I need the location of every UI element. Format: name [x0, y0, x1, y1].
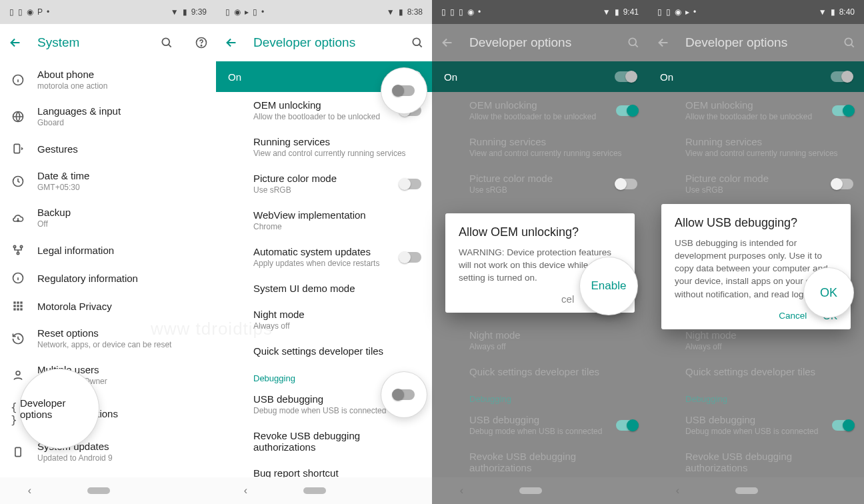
legal-icon [11, 243, 25, 257]
nav-home-icon[interactable] [519, 487, 542, 494]
master-toggle-bar[interactable]: On [432, 61, 648, 92]
row-toggle[interactable] [400, 179, 421, 189]
oem-toggle-highlight[interactable] [393, 85, 415, 96]
settings-row[interactable]: Legal information [0, 236, 216, 264]
settings-row[interactable]: Quick settings developer tiles [648, 359, 864, 385]
settings-row[interactable]: Gestures [0, 135, 216, 163]
row-title: Bug report shortcut [253, 467, 421, 477]
highlight-label[interactable]: Developer options [20, 397, 99, 420]
settings-row[interactable]: Revoke USB debugging authorizations [648, 443, 864, 477]
row-toggle[interactable] [400, 252, 421, 263]
settings-row[interactable]: Running servicesView and control current… [216, 129, 432, 165]
svg-rect-18 [17, 308, 19, 310]
settings-row[interactable]: Picture color modeUse sRGB [432, 165, 648, 202]
settings-row[interactable]: Picture color modeUse sRGB [216, 165, 432, 202]
svg-point-22 [413, 38, 420, 45]
title-row: System [0, 24, 216, 61]
back-icon[interactable] [8, 35, 23, 50]
nav-home-icon[interactable] [735, 487, 758, 494]
row-toggle[interactable] [616, 179, 637, 189]
search-icon[interactable] [160, 36, 173, 49]
settings-row[interactable]: System updatesUpdated to Android 9 [0, 433, 216, 470]
settings-row[interactable]: Night modeAlways off [432, 322, 648, 359]
nav-back-icon[interactable]: ‹ [28, 485, 31, 497]
highlight-label[interactable]: OK [820, 286, 837, 300]
settings-row[interactable]: Revoke USB debugging authorizations [432, 443, 648, 477]
master-toggle[interactable] [831, 71, 852, 82]
usb-toggle-highlight[interactable] [393, 389, 415, 400]
settings-row[interactable]: USB debuggingDebug mode when USB is conn… [648, 407, 864, 443]
row-toggle[interactable] [832, 420, 853, 431]
search-icon[interactable] [627, 36, 640, 49]
row-subtitle: Always off [685, 342, 853, 351]
row-title: Running services [469, 136, 637, 147]
row-toggle[interactable] [832, 179, 853, 189]
settings-row[interactable]: Quick settings developer tiles [216, 338, 432, 364]
row-subtitle: Chrome [253, 222, 421, 231]
settings-row[interactable]: About phonemotorola one action [0, 61, 216, 98]
settings-row[interactable]: Night modeAlways off [216, 301, 432, 338]
clock-text: 9:41 [623, 7, 639, 17]
settings-row[interactable]: OEM unlockingAllow the bootloader to be … [648, 92, 864, 129]
status-icon: ▯ [441, 7, 446, 17]
master-toggle-bar[interactable]: On [648, 61, 864, 92]
nav-back-icon[interactable]: ‹ [460, 485, 463, 497]
help-icon[interactable] [195, 36, 208, 49]
settings-row[interactable]: Date & timeGMT+05:30 [0, 163, 216, 199]
row-subtitle: View and control currently running servi… [253, 149, 421, 158]
back-icon[interactable] [440, 35, 455, 50]
highlight-label[interactable]: Enable [591, 279, 627, 293]
settings-row[interactable]: Running servicesView and control current… [648, 129, 864, 165]
search-icon[interactable] [411, 36, 424, 49]
status-icon: • [693, 7, 696, 17]
clock-text: 8:40 [839, 7, 855, 17]
back-icon[interactable] [656, 35, 671, 50]
settings-row[interactable]: Running servicesView and control current… [432, 129, 648, 165]
restore-icon [11, 332, 25, 345]
row-toggle[interactable] [616, 105, 637, 116]
row-title: Backup [37, 207, 205, 218]
search-icon[interactable] [843, 36, 856, 49]
status-icon: • [478, 7, 481, 17]
on-label: On [228, 71, 241, 83]
settings-row[interactable]: Motorola Privacy [0, 292, 216, 320]
settings-row[interactable]: Regulatory information [0, 264, 216, 292]
row-title: OEM unlocking [253, 99, 388, 111]
settings-row[interactable]: Bug report shortcut [216, 460, 432, 477]
settings-row[interactable]: BackupOff [0, 199, 216, 236]
nav-bar: ‹ [216, 477, 432, 504]
back-icon[interactable] [224, 35, 239, 50]
settings-row[interactable]: Quick settings developer tiles [432, 359, 648, 385]
row-toggle[interactable] [832, 105, 853, 116]
pane-system: ▯ ▯ ◉ P • ▼ ▮ 9:39 System Abo [0, 0, 216, 504]
status-icon: ▸ [685, 7, 689, 17]
clock-text: 8:38 [407, 7, 423, 17]
settings-row[interactable]: USB debuggingDebug mode when USB is conn… [432, 407, 648, 443]
settings-row[interactable]: OEM unlockingAllow the bootloader to be … [432, 92, 648, 129]
highlight-ring-usb [381, 372, 427, 417]
devopts-list: OEM unlockingAllow the bootloader to be … [216, 92, 432, 477]
dialog-cancel-button[interactable]: cel [561, 293, 574, 305]
settings-row[interactable]: WebView implementationChrome [216, 202, 432, 239]
settings-row[interactable]: Revoke USB debugging authorizations [216, 423, 432, 460]
settings-row[interactable]: System UI demo mode [216, 275, 432, 301]
settings-row[interactable]: Automatic system updatesApply updates wh… [216, 239, 432, 275]
master-toggle[interactable] [615, 71, 636, 82]
svg-point-2 [201, 45, 201, 46]
dialog-cancel-button[interactable]: Cancel [779, 310, 807, 321]
status-bar: ▯▯◉▸• ▼▮8:40 [648, 0, 864, 24]
status-bar: ▯ ◉ ▸ ▯ • ▼ ▮ 8:38 [216, 0, 432, 24]
row-toggle[interactable] [616, 420, 637, 431]
nav-home-icon[interactable] [303, 487, 326, 494]
status-icon: ▯ [450, 7, 455, 17]
highlight-ring-enable: Enable [580, 257, 637, 315]
row-title: Picture color mode [685, 173, 820, 184]
settings-row[interactable]: Picture color modeUse sRGB [648, 165, 864, 202]
nav-home-icon[interactable] [87, 487, 110, 494]
clock-text: 9:39 [191, 7, 207, 17]
nav-back-icon[interactable]: ‹ [676, 485, 679, 497]
row-title: Night mode [469, 329, 637, 341]
nav-back-icon[interactable]: ‹ [244, 485, 247, 497]
settings-row[interactable]: Reset optionsNetwork, apps, or device ca… [0, 320, 216, 357]
settings-row[interactable]: Languages & inputGboard [0, 98, 216, 135]
